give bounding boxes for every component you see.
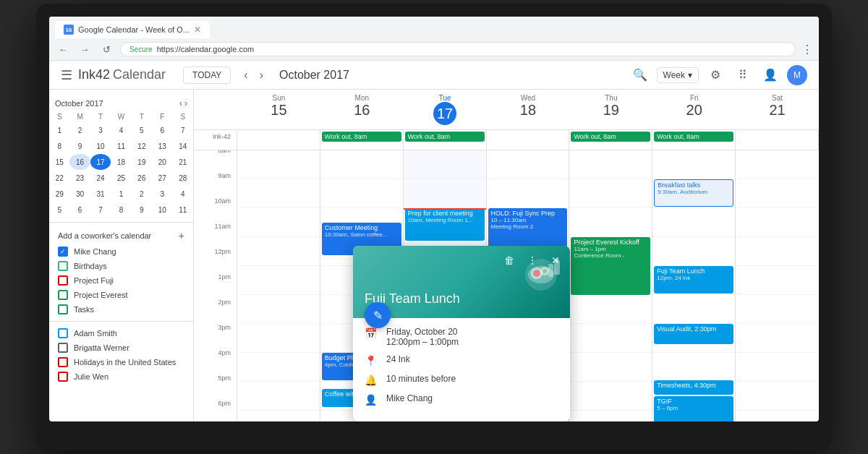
back-button[interactable]: ← bbox=[55, 41, 71, 57]
mini-cal-date[interactable]: 17 bbox=[90, 154, 111, 170]
day-col-sun[interactable] bbox=[237, 150, 320, 421]
mini-cal-date[interactable]: 4 bbox=[173, 186, 193, 202]
mini-cal-date[interactable]: 1 bbox=[111, 186, 131, 202]
tab-close-button[interactable]: ✕ bbox=[194, 25, 201, 35]
search-button[interactable]: 🔍 bbox=[629, 64, 651, 86]
allday-event[interactable]: Work out, 8am bbox=[654, 132, 733, 142]
event-chip[interactable]: Project Everest Kickoff11am – 1pm Confer… bbox=[571, 237, 650, 295]
browser-menu-button[interactable]: ⋮ bbox=[801, 43, 813, 56]
mini-cal-date[interactable]: 22 bbox=[49, 170, 69, 186]
other-calendar-item[interactable]: Julie Wen bbox=[49, 369, 193, 384]
event-chip[interactable]: Fuji Team Lunch12pm, 24 Ink bbox=[654, 266, 733, 294]
day-col-sat[interactable] bbox=[736, 150, 819, 421]
mini-cal-date[interactable]: 11 bbox=[111, 138, 131, 154]
address-bar[interactable]: Secure https://calendar.google.com bbox=[120, 42, 796, 56]
refresh-button[interactable]: ↺ bbox=[98, 41, 114, 57]
apps-button[interactable]: ⠿ bbox=[732, 64, 754, 86]
other-calendar-item[interactable]: Holidays in the United States bbox=[49, 355, 193, 369]
calendar-checkbox[interactable]: ✓ bbox=[58, 247, 68, 257]
mini-cal-date[interactable]: 24 bbox=[90, 170, 111, 186]
mini-cal-date[interactable]: 16 bbox=[69, 154, 90, 170]
event-chip[interactable]: Visual Audit, 2:30pm bbox=[654, 324, 733, 344]
popup-edit-fab[interactable]: ✎ bbox=[365, 302, 391, 328]
mini-cal-date[interactable]: 1 bbox=[49, 122, 69, 138]
mini-cal-date[interactable]: 8 bbox=[49, 138, 69, 154]
hamburger-menu[interactable]: ☰ bbox=[61, 67, 72, 83]
settings-button[interactable]: ⚙ bbox=[705, 64, 726, 86]
mini-cal-date[interactable]: 27 bbox=[152, 170, 172, 186]
next-week-button[interactable]: › bbox=[255, 67, 268, 83]
mini-cal-date[interactable]: 20 bbox=[152, 154, 172, 170]
calendar-checkbox[interactable] bbox=[58, 290, 68, 300]
my-calendar-item[interactable]: ✓Mike Chang bbox=[49, 244, 193, 259]
mini-cal-date[interactable]: 14 bbox=[173, 138, 193, 154]
today-button[interactable]: TODAY bbox=[183, 67, 231, 84]
mini-cal-date[interactable]: 6 bbox=[69, 202, 90, 218]
mini-cal-date[interactable]: 18 bbox=[111, 154, 131, 170]
forward-button[interactable]: → bbox=[77, 41, 93, 57]
mini-cal-date[interactable]: 6 bbox=[152, 122, 172, 138]
mini-cal-date[interactable]: 25 bbox=[111, 170, 131, 186]
mini-cal-date[interactable]: 10 bbox=[152, 202, 172, 218]
calendar-checkbox[interactable] bbox=[58, 343, 68, 353]
calendar-checkbox[interactable] bbox=[58, 304, 68, 314]
prev-week-button[interactable]: ‹ bbox=[239, 67, 252, 83]
mini-cal-date[interactable]: 4 bbox=[111, 122, 131, 138]
popup-close-button[interactable]: ✕ bbox=[547, 252, 564, 269]
event-chip[interactable]: HOLD: Fuji Sync Prep10 – 11:30am Meeting… bbox=[488, 208, 568, 252]
mini-cal-date[interactable]: 12 bbox=[132, 138, 152, 154]
mini-cal-date[interactable]: 11 bbox=[173, 202, 193, 218]
day-header-tue[interactable]: Tue 17 bbox=[404, 90, 487, 129]
event-chip[interactable]: Timesheets, 4:30pm bbox=[654, 380, 733, 395]
other-calendar-item[interactable]: Adam Smith bbox=[49, 326, 193, 340]
mini-cal-date[interactable]: 5 bbox=[132, 122, 152, 138]
calendar-checkbox[interactable] bbox=[58, 328, 68, 338]
mini-cal-date[interactable]: 13 bbox=[152, 138, 172, 154]
mini-cal-date[interactable]: 26 bbox=[132, 170, 152, 186]
mini-cal-date[interactable]: 21 bbox=[173, 154, 193, 170]
mini-cal-date[interactable]: 9 bbox=[69, 138, 90, 154]
mini-cal-date[interactable]: 8 bbox=[111, 202, 131, 218]
allday-event[interactable]: Work out, 8am bbox=[571, 132, 650, 142]
mini-cal-date[interactable]: 10 bbox=[90, 138, 111, 154]
mini-cal-date[interactable]: 23 bbox=[69, 170, 90, 186]
mini-cal-date[interactable]: 3 bbox=[90, 122, 111, 138]
my-calendar-item[interactable]: Tasks bbox=[49, 302, 193, 317]
popup-delete-button[interactable]: 🗑 bbox=[501, 252, 518, 269]
mini-cal-date[interactable]: 5 bbox=[49, 202, 69, 218]
calendar-checkbox[interactable] bbox=[58, 261, 68, 271]
mini-cal-date[interactable]: 2 bbox=[132, 186, 152, 202]
mini-cal-date[interactable]: 9 bbox=[132, 202, 152, 218]
popup-more-button[interactable]: ⋮ bbox=[524, 252, 541, 269]
mini-cal-date[interactable]: 30 bbox=[69, 186, 90, 202]
allday-event[interactable]: Work out, 8am bbox=[405, 132, 485, 142]
calendar-checkbox[interactable] bbox=[58, 372, 68, 382]
mini-cal-date[interactable]: 31 bbox=[90, 186, 111, 202]
mini-cal-date[interactable]: 15 bbox=[49, 154, 69, 170]
mini-cal-prev[interactable]: ‹ bbox=[179, 98, 182, 108]
my-calendar-item[interactable]: Project Fuji bbox=[49, 273, 193, 288]
mini-cal-date[interactable]: 7 bbox=[173, 122, 193, 138]
my-calendar-item[interactable]: Project Everest bbox=[49, 288, 193, 302]
mini-cal-date[interactable]: 7 bbox=[90, 202, 111, 218]
view-selector[interactable]: Week ▾ bbox=[657, 67, 699, 83]
account-button[interactable]: 👤 bbox=[760, 64, 781, 86]
mini-cal-date[interactable]: 28 bbox=[173, 170, 193, 186]
browser-tab[interactable]: 16 Google Calendar - Week of O... ✕ bbox=[55, 21, 210, 38]
mini-cal-date[interactable]: 19 bbox=[132, 154, 152, 170]
mini-cal-date[interactable]: 29 bbox=[49, 186, 69, 202]
other-calendar-item[interactable]: Brigatta Werner bbox=[49, 340, 193, 355]
event-chip[interactable]: Breakfast talks9:30am, Auditorium bbox=[654, 179, 733, 207]
my-calendar-item[interactable]: Birthdays bbox=[49, 259, 193, 273]
calendar-checkbox[interactable] bbox=[58, 357, 68, 367]
mini-cal-date[interactable]: 2 bbox=[69, 122, 90, 138]
day-col-fri[interactable]: Breakfast talks9:30am, AuditoriumFuji Te… bbox=[652, 150, 736, 421]
day-col-thu[interactable]: Project Everest Kickoff11am – 1pm Confer… bbox=[569, 150, 652, 421]
add-coworker-calendar-row[interactable]: Add a coworker's calendar + bbox=[49, 227, 193, 244]
mini-cal-next[interactable]: › bbox=[184, 98, 187, 108]
mini-cal-date[interactable]: 3 bbox=[152, 186, 172, 202]
event-chip[interactable]: TGIF5 – 6pm bbox=[654, 396, 733, 421]
event-chip[interactable]: Prep for client meeting10am, Meeting Roo… bbox=[405, 208, 485, 241]
calendar-checkbox[interactable] bbox=[58, 275, 68, 286]
allday-event[interactable]: Work out, 8am bbox=[322, 132, 401, 142]
